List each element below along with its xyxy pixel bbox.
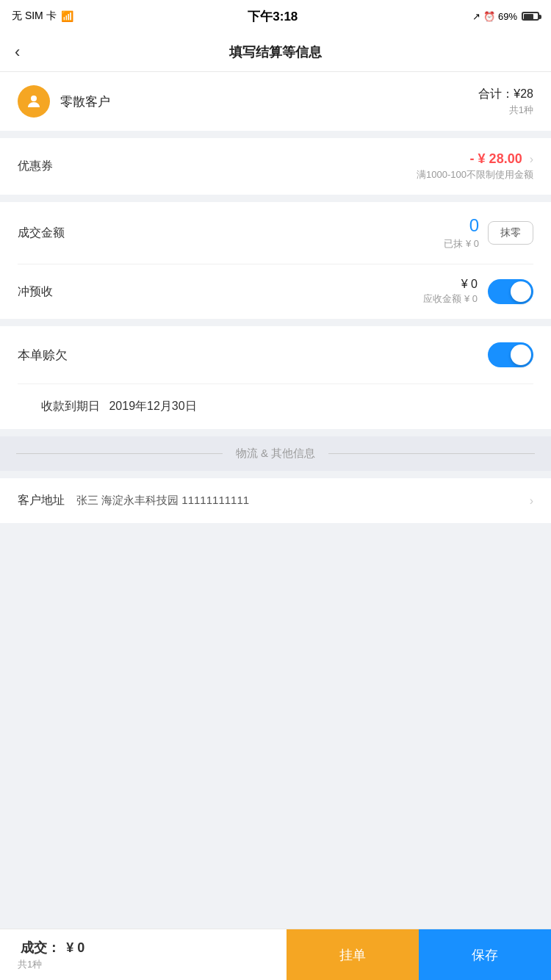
debt-row: 本单赊欠: [18, 326, 533, 383]
transaction-row: 成交金额 0 已抹 ¥ 0 抹零: [18, 202, 533, 264]
sim-text: 无 SIM 卡: [12, 10, 57, 23]
round-button[interactable]: 抹零: [488, 221, 533, 245]
nav-bar: ‹ 填写结算等信息: [0, 32, 551, 72]
bottom-deal: 成交： ¥ 0: [18, 939, 269, 956]
address-label: 客户地址: [18, 493, 76, 508]
amount-label: 成交金额: [18, 226, 65, 241]
address-section[interactable]: 客户地址 张三 海淀永丰科技园 11111111111 ›: [0, 478, 551, 523]
debt-section: 本单赊欠 收款到期日 2019年12月30日: [0, 326, 551, 429]
alarm-icon: ⏰: [483, 11, 495, 22]
precharge-amount-sub: 应收金额 ¥ 0: [423, 292, 478, 306]
coupon-amount: - ¥ 28.00: [470, 151, 522, 167]
bottom-buttons: 挂单 保存: [287, 929, 551, 980]
coupon-row[interactable]: 优惠券 - ¥ 28.00 › 满1000-100不限制使用金额: [0, 138, 551, 195]
total-price: 合计：¥28: [478, 87, 533, 102]
logistics-section: 物流 & 其他信息: [0, 436, 551, 471]
precharge-amount-main: ¥ 0: [423, 278, 478, 291]
coupon-label: 优惠券: [18, 159, 53, 174]
debt-toggle[interactable]: [488, 342, 533, 367]
customer-card: 零散客户 合计：¥28 共1种: [0, 72, 551, 131]
status-bar: 无 SIM 卡 📶 下午3:18 ↗ ⏰ 69%: [0, 0, 551, 32]
customer-row: 零散客户 合计：¥28 共1种: [0, 72, 551, 131]
transaction-section: 成交金额 0 已抹 ¥ 0 抹零 冲预收 ¥ 0 应收金额 ¥ 0: [0, 202, 551, 319]
rounded-label: 已抹 ¥ 0: [444, 237, 479, 251]
amount-value[interactable]: 0: [444, 215, 479, 236]
battery-icon: [522, 12, 539, 21]
wifi-icon: 📶: [61, 10, 73, 22]
bottom-deal-amount: ¥ 0: [66, 940, 84, 955]
bottom-count: 共1种: [18, 958, 269, 971]
location-icon: ↗: [472, 11, 480, 22]
customer-right: 合计：¥28 共1种: [478, 87, 533, 117]
address-row[interactable]: 客户地址 张三 海淀永丰科技园 11111111111 ›: [0, 478, 551, 523]
due-date-value: 2019年12月30日: [109, 400, 196, 412]
coupon-right: - ¥ 28.00 › 满1000-100不限制使用金额: [417, 151, 533, 181]
bottom-deal-label: 成交：: [21, 940, 60, 955]
back-button[interactable]: ‹: [9, 37, 26, 68]
transaction-right: 0 已抹 ¥ 0 抹零: [444, 215, 533, 251]
hold-button[interactable]: 挂单: [287, 929, 419, 980]
precharge-row: 冲预收 ¥ 0 应收金额 ¥ 0: [18, 264, 533, 319]
battery-percent: 69%: [498, 11, 517, 22]
coupon-desc: 满1000-100不限制使用金额: [417, 168, 533, 181]
total-count: 共1种: [478, 104, 533, 117]
coupon-card[interactable]: 优惠券 - ¥ 28.00 › 满1000-100不限制使用金额: [0, 138, 551, 195]
customer-name: 零散客户: [60, 93, 110, 110]
avatar: [18, 85, 50, 118]
precharge-label: 冲预收: [18, 284, 53, 300]
customer-left: 零散客户: [18, 85, 110, 118]
status-right: ↗ ⏰ 69%: [472, 11, 539, 22]
address-value: 张三 海淀永丰科技园 11111111111: [76, 494, 524, 508]
precharge-toggle[interactable]: [488, 279, 533, 304]
precharge-amounts: ¥ 0 应收金额 ¥ 0: [423, 278, 478, 306]
logistics-header: 物流 & 其他信息: [0, 436, 551, 471]
status-time: 下午3:18: [248, 8, 298, 25]
due-date-row: 收款到期日 2019年12月30日: [18, 383, 533, 429]
logistics-label: 物流 & 其他信息: [236, 447, 315, 461]
page-title: 填写结算等信息: [229, 43, 322, 61]
empty-area: [0, 530, 551, 677]
save-button[interactable]: 保存: [419, 929, 551, 980]
svg-point-0: [31, 96, 37, 101]
debt-label: 本单赊欠: [18, 347, 68, 364]
bottom-info: 成交： ¥ 0 共1种: [0, 939, 287, 971]
due-date-label: 收款到期日: [41, 400, 100, 412]
content-area: 零散客户 合计：¥28 共1种 优惠券 - ¥ 28.00 › 满1000-10…: [0, 72, 551, 736]
status-left: 无 SIM 卡 📶: [12, 10, 73, 23]
precharge-right: ¥ 0 应收金额 ¥ 0: [423, 278, 533, 306]
address-chevron-icon: ›: [530, 494, 533, 508]
chevron-right-icon: ›: [530, 153, 533, 166]
bottom-bar: 成交： ¥ 0 共1种 挂单 保存: [0, 929, 551, 980]
